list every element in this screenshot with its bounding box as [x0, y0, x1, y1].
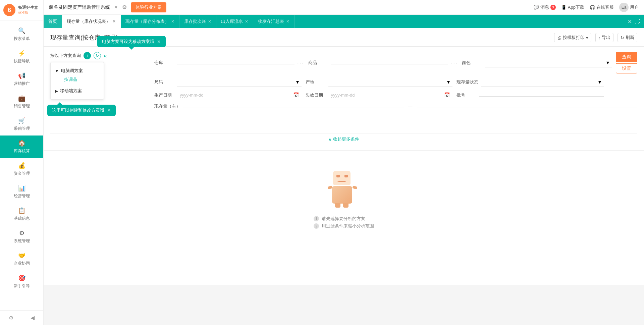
stock-qty-max-input[interactable]: [417, 105, 638, 108]
warehouse-input[interactable]: [177, 61, 294, 64]
scheme-item-desktop-1[interactable]: 按调品: [55, 75, 100, 84]
tab-inout-label: 出入库流水: [221, 18, 243, 24]
tab-inventory-dist-close[interactable]: ✕: [171, 19, 174, 24]
sidebar-item-system[interactable]: ⚙ 系统管理: [0, 225, 43, 248]
phone-icon: 📱: [561, 5, 567, 10]
brand-name: 畅通好生意: [18, 5, 38, 10]
tab-inventory-status[interactable]: 现存量（库存状况表） ✕: [62, 15, 121, 28]
chevron-up-icon: ∧: [328, 137, 332, 142]
sidebar-item-operations[interactable]: 📊 经营管理: [0, 180, 43, 203]
filter-add-btn[interactable]: +: [84, 52, 91, 59]
exp-date-input[interactable]: yyyy-mm-dd 📅: [328, 91, 453, 99]
color-field: 颜色 ▾: [462, 58, 612, 67]
online-support-action[interactable]: 🎧 在线客服: [590, 4, 614, 10]
tab-collect-close[interactable]: ✕: [286, 19, 289, 24]
size-label: 尺码: [154, 79, 174, 85]
batch-field: 批号: [457, 92, 604, 98]
query-btn[interactable]: 查询: [616, 52, 637, 62]
scheme-group-desktop-label: 电脑调方案: [61, 68, 83, 74]
warehouse-more[interactable]: ···: [297, 59, 304, 66]
goods-input[interactable]: [331, 61, 448, 64]
exp-date-placeholder: yyyy-mm-dd: [331, 93, 355, 98]
maximize-btn[interactable]: ⛶: [635, 18, 640, 24]
system-dropdown[interactable]: ▼: [114, 5, 118, 10]
sidebar-item-quick[interactable]: ⚡ 快捷导航: [0, 46, 43, 68]
scheme-tree: ▼ 电脑调方案 按调品 ▶ 移动端方案 这里可以创建和修改方案哦 ✕: [50, 62, 104, 100]
sidebar-label-inventory: 库存核算: [14, 148, 30, 154]
tooltip2-close[interactable]: ✕: [107, 108, 111, 113]
tab-batch[interactable]: 库存批次账 ✕: [179, 15, 216, 28]
message-action[interactable]: 💬 消息 9: [534, 4, 556, 10]
empty-step-2: 2 用过滤条件来缩小分析范围: [314, 223, 374, 229]
color-dropdown-icon: ▾: [606, 59, 609, 66]
sidebar-item-enterprise[interactable]: 🤝 企业协同: [0, 248, 43, 270]
tab-inout[interactable]: 出入库流水 ✕: [216, 15, 253, 28]
filter-header: 按以下方案查询 + ↻ « 电脑方案可设为移动方案哦 ✕ ▼ 电脑调方案 按调品: [50, 52, 637, 86]
sidebar-item-guide[interactable]: 🎯 新手引导: [0, 270, 43, 293]
sales-icon: 💼: [18, 95, 25, 102]
guide-icon: 🎯: [18, 274, 25, 282]
app-download-action[interactable]: 📱 App下载: [561, 4, 584, 10]
empty-step-1: 1 请先选择要分析的方案: [314, 216, 374, 222]
tab-batch-close[interactable]: ✕: [208, 19, 211, 24]
color-label: 颜色: [462, 60, 482, 66]
tab-inout-close[interactable]: ✕: [245, 19, 248, 24]
sidebar-item-marketing[interactable]: 📢 营销推广: [0, 68, 43, 91]
print-icon: 🖨: [557, 35, 561, 40]
sidebar-label-enterprise: 企业协同: [14, 261, 30, 266]
refresh-label: 刷新: [626, 35, 634, 41]
print-template-btn[interactable]: 🖨 按模板打印 ▾: [554, 33, 591, 42]
filter-arrow-btn[interactable]: «: [104, 52, 107, 59]
stock-qty-min-input[interactable]: [183, 105, 404, 108]
tab-inventory-status-label: 现存量（库存状况表）: [67, 18, 110, 24]
export-btn[interactable]: ↑ 导出: [595, 33, 614, 42]
purchase-icon: 🛒: [18, 117, 25, 124]
origin-select[interactable]: ▾: [328, 77, 453, 87]
set-btn[interactable]: 设置: [616, 63, 637, 73]
batch-input[interactable]: [479, 94, 604, 97]
tooltip2-text: 这里可以创建和修改方案哦: [52, 107, 104, 113]
refresh-btn[interactable]: ↻ 刷新: [618, 33, 637, 42]
sidebar-label-operations: 经营管理: [14, 193, 30, 199]
tooltip-create-scheme: 这里可以创建和修改方案哦 ✕: [47, 105, 116, 116]
user-name: 用户: [630, 4, 639, 10]
sidebar-label-basic: 基础信息: [14, 216, 30, 221]
tab-collect[interactable]: 收发存汇总表 ✕: [253, 15, 294, 28]
settings-btn[interactable]: ⚙: [122, 4, 127, 10]
size-select[interactable]: ▾: [177, 77, 302, 87]
enterprise-icon: 🤝: [18, 252, 25, 259]
tab-inventory-status-close[interactable]: ✕: [112, 19, 116, 24]
basic-icon: 📋: [18, 207, 25, 214]
stock-status-field: 现存量状态 ▾: [457, 77, 604, 87]
sidebar-item-sales[interactable]: 💼 销售管理: [0, 91, 43, 113]
tab-batch-label: 库存批次账: [184, 18, 206, 24]
tooltip1-text: 电脑方案可设为移动方案哦: [102, 39, 154, 45]
avatar-text: Ea: [622, 5, 627, 10]
close-all-btn[interactable]: ✕: [628, 18, 632, 25]
industry-btn[interactable]: 体验行业方案: [131, 2, 166, 12]
filter-refresh-btn[interactable]: ↻: [94, 52, 101, 59]
sidebar-item-purchase[interactable]: 🛒 采购管理: [0, 113, 43, 136]
sidebar-item-inventory[interactable]: 🏠 库存核算: [0, 136, 43, 158]
sidebar-item-basic[interactable]: 📋 基础信息: [0, 203, 43, 225]
sidebar-item-search[interactable]: 🔍 搜索菜单: [0, 23, 43, 46]
avatar: Ea: [619, 3, 629, 12]
settings-bottom-btn[interactable]: ⚙: [9, 315, 13, 321]
goods-more[interactable]: ···: [451, 59, 458, 66]
collapse-sidebar-btn[interactable]: ◀: [31, 315, 35, 321]
user-action[interactable]: Ea 用户: [619, 3, 639, 12]
collapse-bar[interactable]: ∧ 收起更多条件: [50, 133, 637, 145]
color-select[interactable]: ▾: [485, 58, 612, 67]
scheme-group-mobile-header[interactable]: ▶ 移动端方案: [55, 87, 100, 95]
stock-status-dropdown-icon: ▾: [598, 79, 601, 85]
mfg-date-input[interactable]: yyyy-mm-dd 📅: [177, 91, 302, 99]
scheme-group-desktop-header[interactable]: ▼ 电脑调方案: [55, 66, 100, 75]
scheme-group-mobile: ▶ 移动端方案: [51, 85, 104, 97]
tab-home[interactable]: 首页: [44, 15, 62, 28]
sidebar-item-finance[interactable]: 💰 资金管理: [0, 158, 43, 180]
message-badge: 9: [550, 5, 556, 10]
tooltip1-close[interactable]: ✕: [157, 39, 161, 44]
stock-status-select[interactable]: ▾: [481, 77, 604, 87]
warehouse-label: 仓库: [154, 60, 174, 66]
tab-inventory-dist[interactable]: 现存量（库存分布表） ✕: [121, 15, 179, 28]
